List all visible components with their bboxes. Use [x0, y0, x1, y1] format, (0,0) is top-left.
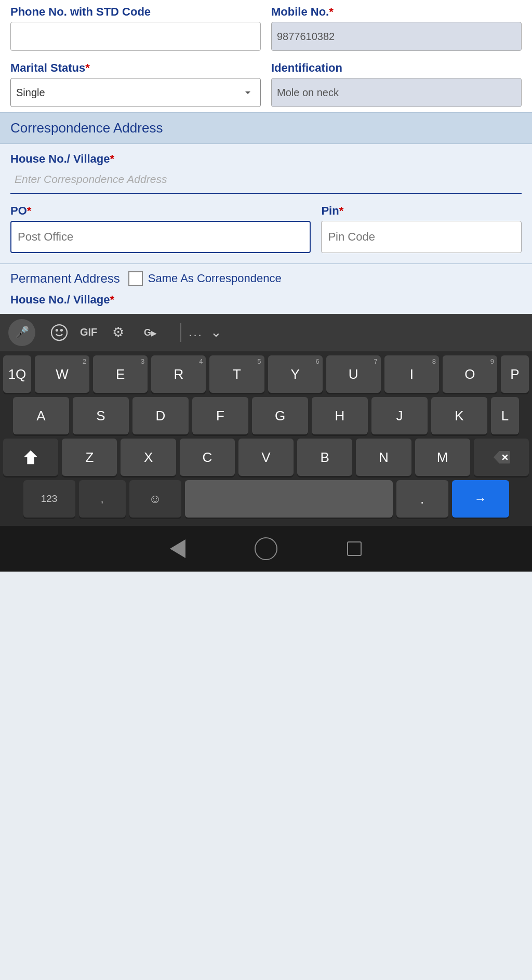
same-as-label: Same As Correspondence	[148, 272, 282, 285]
key-o[interactable]: 9O	[443, 355, 497, 393]
house-village-input[interactable]	[10, 166, 522, 194]
svg-text:▶: ▶	[151, 329, 157, 337]
svg-text:G: G	[144, 327, 151, 338]
home-button[interactable]	[253, 536, 279, 562]
identification-label: Identification	[271, 61, 522, 75]
num-hint-7: 7	[374, 357, 378, 365]
emoji-toolbar-button[interactable]	[46, 319, 73, 346]
num-switch-key[interactable]: 123	[23, 480, 75, 518]
recents-icon	[347, 541, 362, 556]
num-hint-4: 4	[199, 357, 203, 365]
correspondence-inner: House No./ Village*	[0, 144, 532, 199]
phone-label: Phone No. with STD Code	[10, 5, 261, 19]
comma-key[interactable]: ,	[79, 480, 126, 518]
marital-group: Marital Status* Single Married Divorced …	[10, 61, 261, 107]
permanent-header-row: Permanent Address Same As Correspondence	[10, 271, 522, 286]
gif-button[interactable]: GIF	[80, 326, 97, 338]
recents-button[interactable]	[341, 536, 367, 562]
permanent-house-label: House No./ Village*	[10, 293, 522, 307]
pin-group: Pin*	[321, 204, 522, 253]
key-v[interactable]: V	[238, 439, 294, 476]
settings-icon[interactable]: ⚙	[104, 319, 131, 346]
key-t[interactable]: 5T	[209, 355, 264, 393]
mobile-input[interactable]	[271, 22, 522, 51]
key-m[interactable]: M	[415, 439, 470, 476]
emoji-key[interactable]: ☺	[129, 480, 181, 518]
keyboard-keys: 1Q 2W 3E 4R 5T 6Y 7U 8I	[0, 351, 532, 526]
key-row-3: Z X C V B N M	[2, 439, 530, 476]
pin-label: Pin*	[321, 204, 522, 218]
key-z[interactable]: Z	[62, 439, 117, 476]
svg-point-1	[56, 329, 58, 331]
marital-required-star: *	[85, 61, 90, 74]
period-key[interactable]: .	[396, 480, 448, 518]
key-q[interactable]: 1Q	[3, 355, 31, 393]
key-row-1: 1Q 2W 3E 4R 5T 6Y 7U 8I	[2, 355, 530, 393]
key-e[interactable]: 3E	[93, 355, 148, 393]
key-row-4: 123 , ☺ . →	[2, 480, 530, 518]
num-hint-5: 5	[257, 357, 261, 365]
key-i[interactable]: 8I	[384, 355, 439, 393]
identification-group: Identification	[271, 61, 522, 107]
mobile-required-star: *	[329, 5, 334, 18]
po-input[interactable]	[10, 221, 311, 253]
permanent-house-required-star: *	[110, 293, 115, 306]
key-y[interactable]: 6Y	[268, 355, 323, 393]
key-r[interactable]: 4R	[151, 355, 206, 393]
key-n[interactable]: N	[356, 439, 411, 476]
correspondence-section: Correspondence Address House No./ Villag…	[0, 112, 532, 263]
marital-select[interactable]: Single Married Divorced Widowed	[10, 78, 261, 107]
phone-group: Phone No. with STD Code	[10, 5, 261, 51]
key-h[interactable]: H	[312, 397, 368, 434]
key-row-2: A S D F G H J K L	[2, 397, 530, 434]
back-button[interactable]	[165, 536, 191, 562]
num-hint-8: 8	[432, 357, 436, 365]
house-required-star: *	[110, 152, 115, 165]
key-u[interactable]: 7U	[326, 355, 381, 393]
space-key[interactable]	[185, 480, 393, 518]
phone-input[interactable]	[10, 22, 261, 51]
translate-icon[interactable]: G ▶	[139, 319, 166, 346]
key-s[interactable]: S	[73, 397, 129, 434]
keyboard: 🎤 GIF ⚙ G ▶ ... ⌄ 1Q 2W	[0, 314, 532, 572]
same-as-checkbox[interactable]	[128, 271, 143, 286]
more-options-button[interactable]: ...	[189, 326, 203, 339]
po-group: PO*	[10, 204, 311, 253]
key-w[interactable]: 2W	[35, 355, 89, 393]
mobile-group: Mobile No.*	[271, 5, 522, 51]
key-p[interactable]: P	[501, 355, 529, 393]
key-l[interactable]: L	[491, 397, 519, 434]
key-f[interactable]: F	[192, 397, 248, 434]
svg-point-0	[51, 325, 67, 340]
key-k[interactable]: K	[431, 397, 487, 434]
keyboard-toolbar: 🎤 GIF ⚙ G ▶ ... ⌄	[0, 314, 532, 351]
po-pin-row: PO* Pin*	[0, 199, 532, 258]
marital-identification-row: Marital Status* Single Married Divorced …	[0, 56, 532, 112]
shift-key[interactable]	[3, 439, 58, 476]
num-hint-3: 3	[141, 357, 144, 365]
enter-key[interactable]: →	[452, 480, 509, 518]
key-b[interactable]: B	[297, 439, 352, 476]
identification-input[interactable]	[271, 78, 522, 107]
key-d[interactable]: D	[132, 397, 189, 434]
house-village-group: House No./ Village*	[10, 149, 522, 194]
form-section: Phone No. with STD Code Mobile No.* Mari…	[0, 0, 532, 314]
mic-icon: 🎤	[15, 326, 29, 339]
same-as-row: Same As Correspondence	[128, 271, 282, 286]
pin-required-star: *	[339, 204, 344, 217]
key-x[interactable]: X	[121, 439, 176, 476]
num-hint-2: 2	[83, 357, 86, 365]
correspondence-header: Correspondence Address	[0, 112, 532, 144]
marital-label: Marital Status*	[10, 61, 261, 75]
pin-input[interactable]	[321, 221, 522, 253]
home-icon	[255, 537, 277, 560]
key-j[interactable]: J	[371, 397, 428, 434]
toolbar-collapse-button[interactable]: ⌄	[210, 324, 222, 340]
svg-point-2	[61, 329, 62, 331]
key-g[interactable]: G	[252, 397, 308, 434]
po-required-star: *	[27, 204, 32, 217]
key-c[interactable]: C	[180, 439, 235, 476]
backspace-key[interactable]	[474, 439, 529, 476]
key-a[interactable]: A	[13, 397, 69, 434]
mic-button[interactable]: 🎤	[8, 319, 35, 346]
